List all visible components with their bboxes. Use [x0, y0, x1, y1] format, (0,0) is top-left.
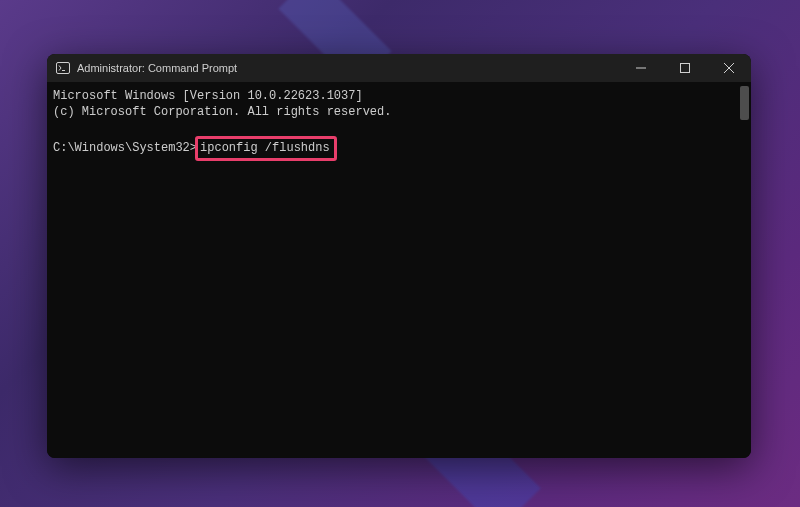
svg-rect-0 [57, 63, 70, 74]
copyright-line: (c) Microsoft Corporation. All rights re… [53, 105, 391, 119]
scrollbar-track[interactable] [740, 86, 749, 454]
svg-rect-3 [681, 64, 690, 73]
window-title: Administrator: Command Prompt [77, 62, 237, 74]
titlebar[interactable]: Administrator: Command Prompt [47, 54, 751, 82]
minimize-button[interactable] [619, 54, 663, 82]
cmd-icon [55, 60, 71, 76]
prompt-path: C:\Windows\System32> [53, 141, 197, 155]
scrollbar-thumb[interactable] [740, 86, 749, 120]
typed-command: ipconfig /flushdns [200, 141, 330, 155]
close-button[interactable] [707, 54, 751, 82]
version-line: Microsoft Windows [Version 10.0.22623.10… [53, 89, 363, 103]
terminal-area[interactable]: Microsoft Windows [Version 10.0.22623.10… [47, 82, 751, 458]
command-highlight: ipconfig /flushdns [195, 136, 337, 161]
command-prompt-window: Administrator: Command Prompt Microsoft … [47, 54, 751, 458]
maximize-button[interactable] [663, 54, 707, 82]
terminal-output: Microsoft Windows [Version 10.0.22623.10… [47, 82, 738, 458]
desktop-background: Administrator: Command Prompt Microsoft … [0, 0, 800, 507]
